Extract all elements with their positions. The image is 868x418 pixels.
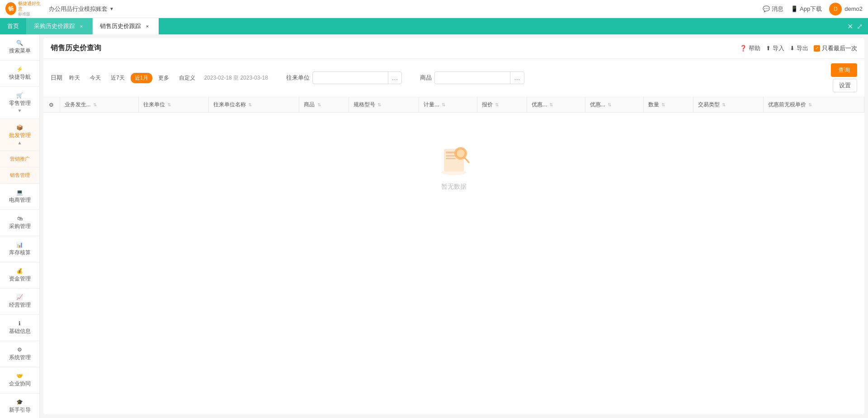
col-unit[interactable]: 计量... ⇅: [419, 97, 477, 113]
tab-sales-history[interactable]: 销售历史价跟踪 ×: [93, 18, 159, 34]
sidebar-item-purchase[interactable]: 🛍 采购管理: [0, 210, 39, 236]
unit-dots-btn[interactable]: ...: [388, 72, 401, 84]
basic-icon: ℹ: [19, 320, 21, 327]
sort-arrows-discount1: ⇅: [549, 102, 553, 107]
wholesale-icon: 📦: [16, 124, 23, 131]
date-btns: 昨天 今天 近7天 近1月 更多 自定义: [65, 73, 199, 83]
inventory-icon: 📊: [16, 242, 23, 248]
empty-state: 暂无数据: [43, 113, 864, 218]
col-biz-date[interactable]: 业务发生... ⇅: [60, 97, 138, 113]
retail-arrow-icon: ▼: [18, 108, 22, 113]
avatar: D: [829, 3, 842, 15]
goods-input[interactable]: [435, 75, 510, 81]
sort-arrows-discount2: ⇅: [608, 102, 611, 107]
col-goods[interactable]: 商品 ⇅: [299, 97, 349, 113]
sidebar-item-search-menu[interactable]: 🔍 搜索菜单: [0, 34, 39, 61]
sidebar-item-operation[interactable]: 📈 经营管理: [0, 289, 39, 315]
date-btn-today[interactable]: 今天: [86, 73, 105, 83]
sidebar-item-marketing[interactable]: 营销推广: [0, 151, 39, 167]
sales-tab-close[interactable]: ×: [144, 23, 151, 30]
user-btn[interactable]: D demo2: [829, 3, 863, 15]
sidebar-item-quick-nav[interactable]: ⚡ 快捷导航: [0, 61, 39, 87]
content-area: 销售历史价查询 ❓ 帮助 ⬆ 导入 ⬇ 导出: [40, 34, 868, 418]
sales-tab-label: 销售历史价跟踪: [100, 22, 141, 30]
date-filter-group: 日期 昨天 今天 近7天 近1月 更多 自定义 2023-02-18 至 202…: [51, 73, 268, 83]
tab-bar: 首页 采购历史价跟踪 × 销售历史价跟踪 × ✕ ⤢: [0, 18, 868, 34]
col-quote[interactable]: 报价 ⇅: [477, 97, 527, 113]
col-discount2[interactable]: 优惠... ⇅: [585, 97, 643, 113]
sidebar-item-retail[interactable]: 🛒 零售管理 ▼: [0, 87, 39, 119]
operation-icon: 📈: [16, 294, 23, 300]
purchase-tab-label: 采购历史价跟踪: [34, 22, 75, 30]
sort-arrows-pretax-price: ⇅: [808, 102, 812, 107]
search-icon: 🔍: [16, 40, 23, 46]
date-label: 日期: [51, 74, 62, 82]
page-content: 销售历史价查询 ❓ 帮助 ⬆ 导入 ⬇ 导出: [43, 38, 864, 414]
phone-icon: 📱: [791, 5, 798, 12]
sort-arrows-biz-date: ⇅: [93, 102, 97, 107]
workspace-selector[interactable]: 办公用品行业模拟账套 ▼: [45, 3, 118, 15]
col-partner-code[interactable]: 往来单位 ⇅: [138, 97, 208, 113]
sidebar-item-inventory[interactable]: 📊 库存核算: [0, 236, 39, 262]
date-btn-custom[interactable]: 自定义: [175, 73, 199, 83]
export-btn[interactable]: ⬇ 导出: [790, 44, 808, 52]
system-icon: ⚙: [17, 347, 22, 353]
col-trade-type[interactable]: 交易类型 ⇅: [693, 97, 763, 113]
app-download-btn[interactable]: 📱 App下载: [791, 5, 822, 13]
page-actions: ❓ 帮助 ⬆ 导入 ⬇ 导出 只看最后一次: [740, 44, 857, 52]
goods-dots-btn[interactable]: ...: [510, 72, 524, 84]
tab-home[interactable]: 首页: [0, 18, 27, 34]
col-partner-name[interactable]: 往来单位名称 ⇅: [208, 97, 299, 113]
sort-arrows-partner-code: ⇅: [167, 102, 171, 107]
ecom-icon: 💻: [16, 189, 23, 195]
unit-input[interactable]: [313, 75, 388, 81]
last-once-checkbox[interactable]: 只看最后一次: [814, 44, 857, 52]
date-btn-7days[interactable]: 近7天: [107, 73, 129, 83]
date-btn-1month[interactable]: 近1月: [131, 73, 153, 83]
settings-btn[interactable]: 设置: [833, 79, 857, 92]
date-btn-more[interactable]: 更多: [154, 73, 173, 83]
message-icon: 💬: [763, 5, 770, 12]
date-btn-yesterday[interactable]: 昨天: [65, 73, 84, 83]
message-btn[interactable]: 💬 消息: [763, 5, 783, 13]
gear-icon: ⚙: [49, 102, 54, 108]
sidebar-item-ecom[interactable]: 💻 电商管理: [0, 184, 39, 210]
col-gear[interactable]: ⚙: [43, 97, 60, 113]
goods-filter-group: 商品 ...: [420, 71, 524, 84]
sidebar-item-sales-mgmt[interactable]: 销售管理: [0, 167, 39, 184]
unit-input-wrap: ...: [312, 71, 402, 84]
sort-arrows-quote: ⇅: [495, 102, 499, 107]
goods-input-wrap: ...: [434, 71, 524, 84]
col-discount1[interactable]: 优惠... ⇅: [527, 97, 585, 113]
col-spec[interactable]: 规格型号 ⇅: [349, 97, 419, 113]
chevron-down-icon: ▼: [109, 6, 114, 11]
sidebar-item-enterprise[interactable]: 🤝 企业协同: [0, 367, 39, 394]
sidebar-item-finance[interactable]: 💰 资金管理: [0, 262, 39, 289]
sort-arrows-partner-name: ⇅: [248, 102, 252, 107]
sort-arrows-goods: ⇅: [317, 102, 321, 107]
help-icon: ❓: [740, 45, 747, 52]
col-pretax-price[interactable]: 优惠前无税单价 ⇅: [763, 97, 864, 113]
tab-purchase-history[interactable]: 采购历史价跟踪 ×: [27, 18, 93, 34]
filter-action-btns: 查询 设置: [831, 63, 857, 92]
import-btn[interactable]: ⬆ 导入: [766, 44, 784, 52]
sidebar-item-guide[interactable]: 🎓 新手引导: [0, 394, 39, 418]
maximize-btn[interactable]: ⤢: [857, 22, 863, 31]
sidebar-item-wholesale[interactable]: 📦 批发管理 ▲: [0, 119, 39, 151]
sort-arrows-spec: ⇅: [377, 102, 381, 107]
search-btn[interactable]: 查询: [831, 63, 857, 77]
sidebar-item-system[interactable]: ⚙ 系统管理: [0, 341, 39, 367]
filter-area: 日期 昨天 今天 近7天 近1月 更多 自定义 2023-02-18 至 202…: [43, 59, 864, 97]
date-range-text: 2023-02-18 至 2023-03-18: [204, 74, 268, 82]
logo-text: 畅捷通好生意 标准版: [18, 1, 42, 17]
sidebar: 🔍 搜索菜单 ⚡ 快捷导航 🛒 零售管理 ▼ 📦 批发管理 ▲ 营销推广 销售管…: [0, 34, 40, 418]
col-qty[interactable]: 数量 ⇅: [643, 97, 693, 113]
wholesale-arrow-icon: ▲: [18, 140, 22, 145]
sidebar-item-basic[interactable]: ℹ 基础信息: [0, 315, 39, 341]
close-all-tabs-btn[interactable]: ✕: [847, 22, 853, 31]
retail-icon: 🛒: [16, 92, 23, 99]
logo-icon: 畅: [5, 2, 16, 15]
purchase-tab-close[interactable]: ×: [78, 23, 85, 30]
sort-arrows-unit: ⇅: [442, 102, 445, 107]
help-btn[interactable]: ❓ 帮助: [740, 44, 760, 52]
